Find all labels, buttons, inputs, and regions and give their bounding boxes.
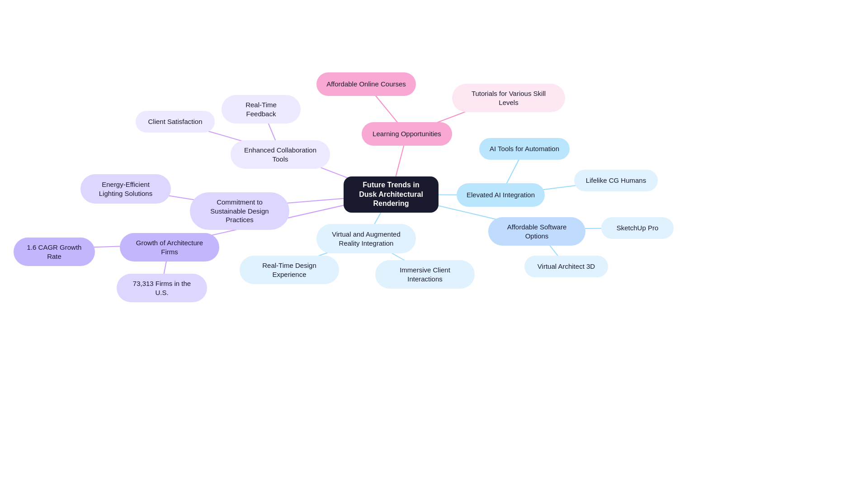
node-sketchup: SketchUp Pro [601,217,674,239]
node-learning: Learning Opportunities [362,122,452,146]
node-energy_lighting: Energy-Efficient Lighting Solutions [80,174,171,204]
node-client_satisfaction: Client Satisfaction [136,111,215,133]
node-affordable_sw: Affordable Software Options [488,217,585,246]
node-elevated_ai: Elevated AI Integration [457,183,545,207]
node-growth_firms: Growth of Architecture Firms [120,233,219,262]
node-sustainable: Commitment to Sustainable Design Practic… [190,192,289,230]
node-firms_count: 73,313 Firms in the U.S. [117,274,207,302]
node-ai_tools: AI Tools for Automation [479,138,570,160]
node-realtime_design: Real-Time Design Experience [240,256,339,284]
mind-map: Future Trends in Dusk Architectural Rend… [0,0,868,490]
node-tutorials: Tutorials for Various Skill Levels [452,84,565,112]
node-realtime_feedback: Real-Time Feedback [222,95,301,124]
node-vr_ar: Virtual and Augmented Reality Integratio… [316,224,416,253]
node-cagr: 1.6 CAGR Growth Rate [14,238,95,266]
node-virtual_arch: Virtual Architect 3D [524,256,608,277]
node-affordable_courses: Affordable Online Courses [316,72,416,96]
node-center: Future Trends in Dusk Architectural Rend… [344,176,439,213]
node-enhanced_collab: Enhanced Collaboration Tools [231,140,330,169]
node-lifelike_cg: Lifelike CG Humans [574,170,658,191]
node-immersive: Immersive Client Interactions [375,260,475,289]
